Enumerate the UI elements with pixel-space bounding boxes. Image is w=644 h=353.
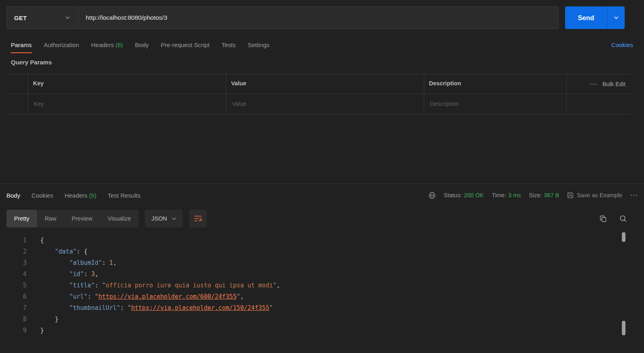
search-icon[interactable]	[619, 215, 627, 223]
chevron-down-icon	[65, 16, 70, 19]
chevron-down-icon	[614, 16, 619, 19]
bulk-edit-button[interactable]: Bulk Edit	[603, 81, 625, 87]
response-pane: Body Cookies Headers(5) Test Results Sta…	[0, 184, 644, 336]
response-right-icons	[600, 215, 638, 223]
code-token: "	[95, 293, 98, 300]
code-line: }	[40, 325, 280, 336]
save-icon	[567, 192, 574, 198]
row-actions-cell	[567, 94, 631, 114]
text-wrap-icon	[194, 215, 202, 222]
tab-tests-label: Tests	[221, 41, 235, 48]
tab-authorization-label: Authorization	[44, 41, 79, 48]
tab-params[interactable]: Params	[11, 36, 32, 53]
url-input[interactable]	[85, 14, 552, 22]
column-header-value: Value	[226, 74, 424, 94]
size-value: 367 B	[544, 192, 559, 198]
tab-headers[interactable]: Headers(6)	[91, 36, 123, 53]
tab-pre-request-script[interactable]: Pre-request Script	[161, 36, 210, 53]
code-token	[40, 282, 69, 289]
code-line: "albumId": 1,	[40, 257, 280, 268]
save-as-example-button[interactable]: Save as Example	[567, 192, 622, 198]
line-number: 7	[0, 302, 27, 314]
line-number: 1	[0, 235, 27, 246]
code-line: {	[40, 235, 280, 246]
response-body-editor[interactable]: 123456789 { "data": { "albumId": 1, "id"…	[0, 231, 644, 336]
copy-icon[interactable]	[600, 215, 607, 222]
cookies-link[interactable]: Cookies	[611, 41, 633, 48]
response-more-options-icon[interactable]: ⋯	[630, 192, 638, 199]
send-options-button[interactable]	[607, 6, 625, 29]
save-as-example-label: Save as Example	[577, 192, 622, 198]
response-tab-test-results[interactable]: Test Results	[107, 192, 140, 199]
send-button-group: Send	[565, 6, 625, 29]
code-token: "data"	[55, 248, 76, 255]
view-mode-switch: Pretty Raw Preview Visualize	[6, 210, 138, 227]
tab-params-label: Params	[11, 41, 32, 48]
code-line: "id": 3,	[40, 268, 280, 280]
status-label: Status:	[444, 192, 462, 198]
code-token	[40, 259, 69, 266]
key-input[interactable]	[33, 100, 221, 107]
globe-icon	[428, 192, 436, 199]
url-bar: GET Send	[0, 0, 644, 35]
response-url-link[interactable]: https://via.placeholder.com/600/24f355	[99, 293, 237, 300]
view-preview-button[interactable]: Preview	[64, 210, 100, 227]
header-gutter-cell	[6, 74, 28, 94]
scrollbar-thumb[interactable]	[622, 232, 625, 242]
tab-settings[interactable]: Settings	[248, 36, 269, 53]
code-token: officia porro iure quia iusto qui ipsa u…	[106, 282, 273, 289]
code-token: "	[128, 304, 131, 312]
status-value: 200 OK	[464, 192, 484, 198]
code-token: "albumId"	[69, 259, 102, 266]
column-header-key: Key	[28, 74, 226, 94]
code-token	[40, 293, 69, 300]
headers-count-badge: (6)	[116, 41, 123, 48]
code-lines: { "data": { "albumId": 1, "id": 3, "titl…	[40, 235, 280, 336]
tab-settings-label: Settings	[248, 41, 269, 48]
tab-authorization[interactable]: Authorization	[44, 36, 79, 53]
key-cell	[28, 94, 226, 114]
method-select[interactable]: GET	[7, 7, 78, 29]
code-token: :	[102, 259, 109, 266]
time-value: 3 ms	[508, 192, 521, 198]
request-tabs: Params Authorization Headers(6) Body Pre…	[0, 35, 644, 54]
code-line: "title": "officia porro iure quia iusto …	[40, 280, 280, 291]
text-wrap-button[interactable]	[189, 210, 207, 227]
size-label: Size:	[529, 192, 542, 198]
send-button[interactable]: Send	[565, 6, 607, 29]
line-number: 5	[0, 280, 27, 291]
code-token: "title"	[69, 282, 95, 289]
code-token: ,	[113, 259, 117, 266]
code-line: "thumbnailUrl": "https://via.placeholder…	[40, 302, 280, 314]
response-tab-cookies[interactable]: Cookies	[31, 192, 53, 199]
code-line: "data": {	[40, 246, 280, 257]
language-select[interactable]: JSON	[145, 210, 183, 227]
scrollbar-thumb[interactable]	[622, 321, 625, 335]
view-pretty-button[interactable]: Pretty	[6, 210, 37, 227]
code-token: {	[40, 237, 44, 244]
response-tabs: Body Cookies Headers(5) Test Results Sta…	[0, 184, 644, 206]
code-token: "url"	[69, 293, 87, 300]
query-params-table: Key Value Description ⋯ Bulk Edit	[6, 74, 631, 114]
line-number: 9	[0, 325, 27, 336]
tab-body[interactable]: Body	[135, 36, 149, 53]
response-tab-headers[interactable]: Headers(5)	[64, 192, 96, 199]
more-options-icon[interactable]: ⋯	[590, 81, 597, 88]
description-input[interactable]	[429, 100, 561, 107]
view-visualize-button[interactable]: Visualize	[100, 210, 138, 227]
view-raw-button[interactable]: Raw	[37, 210, 64, 227]
code-token: "	[102, 282, 106, 289]
code-token	[40, 304, 69, 312]
tab-headers-label: Headers	[91, 41, 114, 48]
code-line: }	[40, 314, 280, 325]
table-header-row: Key Value Description ⋯ Bulk Edit	[6, 74, 631, 94]
response-tab-body[interactable]: Body	[6, 192, 20, 199]
value-input[interactable]	[231, 100, 419, 107]
code-token: ,	[95, 270, 98, 278]
tab-tests[interactable]: Tests	[221, 36, 235, 53]
response-url-link[interactable]: https://via.placeholder.com/150/24f355	[131, 304, 269, 312]
code-token: "thumbnailUrl"	[69, 304, 120, 312]
response-meta: Status:200 OK Time:3 ms Size:367 B Save …	[428, 192, 638, 199]
code-token: ,	[240, 293, 244, 300]
line-number: 3	[0, 257, 27, 268]
